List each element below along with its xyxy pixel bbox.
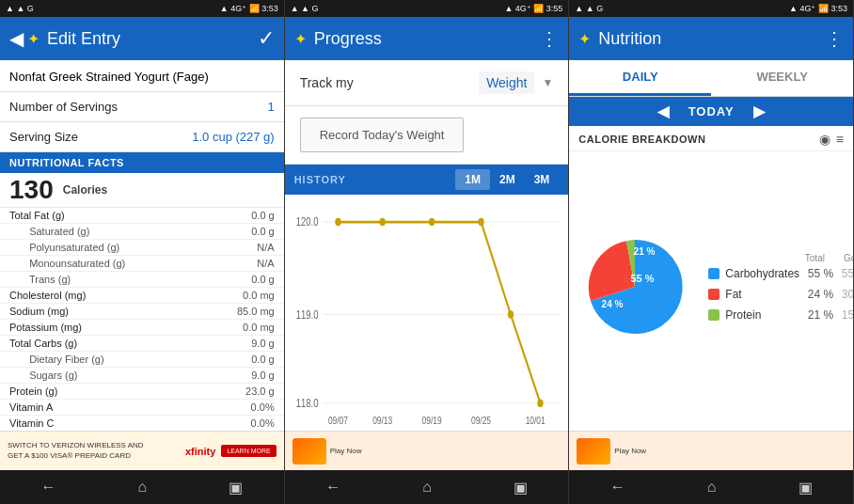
status-left-1: ▲ ▲ G: [6, 4, 34, 13]
nutrient-value: N/A: [257, 242, 274, 253]
nutrient-row: Potassium (mg)0.0 mg: [0, 320, 284, 336]
calorie-value: 130: [9, 177, 54, 203]
history-label: HISTORY: [294, 174, 456, 185]
header-1: ◀ ✦ Edit Entry ✓: [0, 17, 284, 60]
logo-icon-2: ✦: [294, 30, 307, 48]
nutrition-section: 130 Calories Total Fat (g)0.0 g Saturate…: [0, 173, 284, 431]
pie-chart: 55 % 24 % 21 %: [578, 230, 701, 353]
pie-legend-row: 55 % 24 % 21 % Total Goal Carbohydrates …: [569, 151, 853, 431]
check-icon[interactable]: ✓: [258, 26, 275, 51]
page-title-1: Edit Entry: [47, 29, 258, 49]
panel-progress: ▲ ▲ G ▲ 4G⁺ 📶 3:55 ✦ Progress ⋮ Track my…: [285, 0, 570, 504]
ad-bar-3: Play Now: [569, 431, 853, 470]
nutrient-value: 0.0 g: [251, 354, 274, 365]
nutrient-row: Saturated (g)0.0 g: [0, 224, 284, 240]
tab-3m[interactable]: 3M: [525, 169, 560, 190]
legend-goal: 55 %: [833, 267, 854, 280]
servings-value[interactable]: 1: [267, 100, 274, 114]
svg-point-14: [478, 218, 483, 226]
tab-1m[interactable]: 1M: [455, 169, 490, 190]
svg-point-13: [429, 218, 435, 226]
svg-text:119.0: 119.0: [296, 307, 319, 321]
nutrient-value: 9.0 g: [251, 370, 274, 381]
serving-size-value[interactable]: 1.0 cup (227 g): [192, 130, 274, 144]
nutrient-row: Polyunsaturated (g)N/A: [0, 240, 284, 256]
nutrient-name: Monounsaturated (g): [9, 258, 125, 269]
page-title-2: Progress: [314, 29, 541, 49]
history-tabs: HISTORY 1M 2M 3M: [285, 165, 569, 195]
svg-text:09/25: 09/25: [471, 415, 491, 426]
svg-text:09/13: 09/13: [372, 415, 392, 426]
calorie-label: Calories: [63, 183, 107, 197]
today-nav: ◀ TODAY ▶: [569, 97, 853, 126]
nutrient-value: 0.0 g: [251, 210, 274, 221]
status-left-3: ▲ ▲ G: [575, 4, 603, 13]
nutrient-name: Total Carbs (g): [9, 338, 77, 349]
nav-back-1[interactable]: ←: [41, 479, 56, 496]
tab-weekly[interactable]: WEEKLY: [711, 60, 853, 96]
legend-dot: [708, 289, 720, 300]
nav-home-2[interactable]: ⌂: [422, 479, 432, 496]
nutrient-value: 0.0 g: [251, 274, 274, 285]
prev-day-arrow[interactable]: ◀: [657, 102, 670, 120]
logo-icon-1: ✦: [27, 30, 40, 48]
record-weight-button[interactable]: Record Today's Weight: [300, 118, 465, 152]
nutrient-row: Protein (g)23.0 g: [0, 384, 284, 400]
legend-header: Total Goal: [708, 253, 854, 263]
nutrient-name: Cholesterol (mg): [9, 290, 86, 301]
back-icon[interactable]: ◀: [9, 27, 24, 50]
ad-btn-1[interactable]: LEARN MORE: [221, 445, 276, 457]
menu-icon-3[interactable]: ⋮: [825, 27, 844, 50]
svg-point-11: [335, 218, 340, 226]
chart-area: HISTORY 1M 2M 3M 120.0 119.0 118.0 09/07…: [285, 165, 569, 431]
svg-text:10/01: 10/01: [525, 415, 545, 426]
nav-recents-2[interactable]: ▣: [514, 479, 528, 496]
nutrient-name: Sugars (g): [9, 370, 78, 381]
nutrient-name: Dietary Fiber (g): [9, 354, 104, 365]
nutrient-name: Vitamin C: [9, 417, 54, 429]
svg-text:09/19: 09/19: [421, 415, 441, 426]
nutrition-header: NUTRITIONAL FACTS: [0, 152, 284, 173]
track-value[interactable]: Weight: [479, 71, 534, 94]
weight-chart: 120.0 119.0 118.0 09/07 09/13 09/19 09/2…: [289, 202, 565, 427]
tab-2m[interactable]: 2M: [490, 169, 525, 190]
list-icon[interactable]: ≡: [836, 132, 844, 147]
nutrient-row: Monounsaturated (g)N/A: [0, 256, 284, 272]
nav-back-2[interactable]: ←: [325, 479, 340, 496]
status-right-3: ▲ 4G⁺ 📶 3:53: [789, 4, 847, 13]
nav-recents-1[interactable]: ▣: [229, 479, 243, 496]
status-bar-2: ▲ ▲ G ▲ 4G⁺ 📶 3:55: [285, 0, 569, 17]
status-bar-1: ▲ ▲ G ▲ 4G⁺ 📶 3:53: [0, 0, 284, 17]
nav-back-3[interactable]: ←: [610, 479, 625, 496]
svg-point-15: [508, 310, 514, 318]
svg-text:120.0: 120.0: [296, 215, 319, 228]
svg-text:118.0: 118.0: [296, 397, 319, 410]
nutrient-row: Vitamin A0.0%: [0, 400, 284, 416]
nutrient-name: Protein (g): [9, 386, 57, 397]
track-label: Track my: [300, 75, 354, 90]
menu-icon-2[interactable]: ⋮: [540, 27, 559, 50]
nav-home-1[interactable]: ⌂: [138, 479, 148, 496]
legend-row: Carbohydrates 55 % 55 %: [708, 267, 854, 280]
ad-text-1: SWITCH TO VERIZON WIRELESS AND GET A $10…: [8, 441, 180, 461]
next-day-arrow[interactable]: ▶: [753, 102, 766, 120]
legend-goal: 15 %: [833, 308, 854, 322]
nutrient-value: 9.0 g: [251, 338, 274, 349]
nav-home-3[interactable]: ⌂: [707, 479, 717, 496]
status-right-1: ▲ 4G⁺ 📶 3:53: [220, 4, 278, 13]
pie-chart-icon[interactable]: ◉: [819, 132, 830, 147]
track-section: Track my Weight ▼: [285, 60, 569, 106]
nutrient-row: Total Carbs (g)9.0 g: [0, 336, 284, 352]
status-right-2: ▲ 4G⁺ 📶 3:55: [504, 4, 562, 13]
calorie-row: 130 Calories: [0, 173, 284, 208]
nutrient-value: 0.0%: [251, 417, 275, 429]
ad-bar-1: SWITCH TO VERIZON WIRELESS AND GET A $10…: [0, 431, 284, 470]
tab-daily[interactable]: DAILY: [569, 60, 711, 96]
nutrient-row: Total Fat (g)0.0 g: [0, 208, 284, 224]
legend-table: Total Goal Carbohydrates 55 % 55 % Fat 2…: [708, 253, 854, 329]
svg-text:09/07: 09/07: [328, 415, 348, 426]
dropdown-icon: ▼: [542, 76, 553, 89]
serving-size-row: Serving Size 1.0 cup (227 g): [0, 122, 284, 152]
nutrient-name: Saturated (g): [9, 226, 89, 237]
nav-recents-3[interactable]: ▣: [799, 479, 813, 496]
